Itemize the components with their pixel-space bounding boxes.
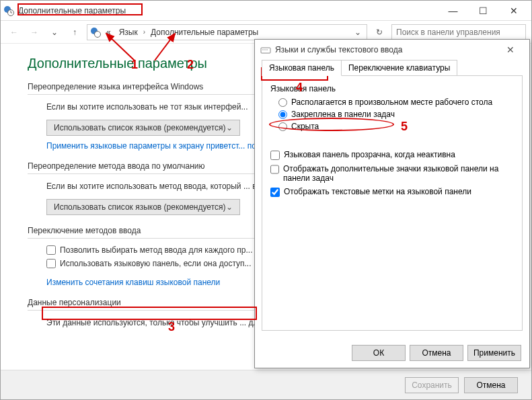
- titlebar: Дополнительные параметры — ☐ ✕: [1, 1, 531, 21]
- chevron-down-icon: ⌄: [226, 123, 233, 132]
- cb-transparent[interactable]: Языковая панель прозрачна, когда неактив…: [270, 150, 514, 160]
- breadcrumb[interactable]: « Язык › Дополнительные параметры ⌄: [87, 24, 367, 40]
- svg-point-6: [264, 49, 266, 50]
- save-button[interactable]: Сохранить: [405, 377, 459, 393]
- dialog-titlebar: Языки и службы текстового ввода ✕: [255, 40, 529, 60]
- minimize-button[interactable]: —: [438, 1, 468, 20]
- breadcrumb-dropdown[interactable]: ⌄: [352, 28, 364, 37]
- back-button[interactable]: ←: [6, 24, 22, 40]
- globe-clock-icon: [3, 5, 14, 16]
- svg-point-3: [95, 31, 101, 37]
- section-override-input: Переопределение метода ввода по умолчани…: [28, 161, 262, 174]
- svg-rect-4: [261, 48, 270, 53]
- window-title: Дополнительные параметры: [18, 6, 438, 15]
- keyboard-icon: [260, 44, 271, 55]
- dialog-tabs: Языковая панель Переключение клавиатуры: [255, 60, 529, 75]
- text-services-dialog: Языки и службы текстового ввода ✕ Языков…: [254, 39, 530, 368]
- svg-point-5: [262, 49, 264, 50]
- group-label: Языковая панель: [270, 84, 514, 93]
- input-method-dropdown[interactable]: Использовать список языков (рекомендуетс…: [46, 199, 240, 215]
- apply-button[interactable]: Применить: [467, 345, 521, 361]
- globe-clock-icon: [90, 27, 101, 38]
- radio-hidden[interactable]: Скрыта: [278, 122, 514, 131]
- close-button[interactable]: ✕: [498, 1, 529, 20]
- tab-language-bar[interactable]: Языковая панель: [262, 60, 342, 76]
- tab-keyboard-switch[interactable]: Переключение клавиатуры: [341, 60, 457, 75]
- cb-extra-icons[interactable]: Отображать дополнительные значки языково…: [270, 164, 514, 183]
- forward-button[interactable]: →: [26, 24, 42, 40]
- breadcrumb-adv[interactable]: Дополнительные параметры: [148, 28, 261, 37]
- dialog-buttons: ОК Отмена Применить: [352, 345, 521, 361]
- window-controls: — ☐ ✕: [438, 1, 529, 20]
- cancel-button[interactable]: Отмена: [464, 377, 518, 393]
- section-personalization: Данные персонализации: [28, 298, 262, 311]
- cb-text-labels[interactable]: Отображать текстовые метки на языковой п…: [270, 187, 514, 197]
- cancel-button[interactable]: Отмена: [410, 345, 463, 361]
- history-dropdown[interactable]: ⌄: [46, 24, 63, 40]
- radio-floating[interactable]: Располагается в произвольном месте рабоч…: [278, 97, 514, 107]
- bottom-bar: Сохранить Отмена: [1, 370, 531, 399]
- dialog-close-button[interactable]: ✕: [497, 40, 524, 59]
- ok-button[interactable]: ОК: [352, 345, 406, 361]
- chevron-right-icon: ›: [143, 28, 145, 36]
- radio-docked[interactable]: Закреплена в панели задач: [278, 110, 514, 119]
- search-input[interactable]: [391, 24, 526, 40]
- breadcrumb-lang[interactable]: Язык: [116, 28, 141, 37]
- up-button[interactable]: ↑: [67, 24, 83, 40]
- maximize-button[interactable]: ☐: [468, 1, 498, 20]
- chevron-down-icon: ⌄: [226, 202, 233, 212]
- tab-content: Языковая панель Располагается в произвол…: [262, 75, 523, 331]
- svg-point-7: [266, 49, 268, 50]
- section-override-ui-lang: Переопределение языка интерфейса Windows: [28, 82, 262, 95]
- change-hotkeys-link[interactable]: Изменить сочетания клавиш языковой панел…: [46, 278, 220, 287]
- dialog-title: Языки и службы текстового ввода: [275, 45, 402, 54]
- language-list-dropdown[interactable]: Использовать список языков (рекомендуетс…: [46, 120, 240, 136]
- section-switch-input: Переключение методов ввода: [28, 226, 262, 239]
- refresh-button[interactable]: ↻: [371, 24, 387, 40]
- breadcrumb-root[interactable]: «: [104, 28, 114, 37]
